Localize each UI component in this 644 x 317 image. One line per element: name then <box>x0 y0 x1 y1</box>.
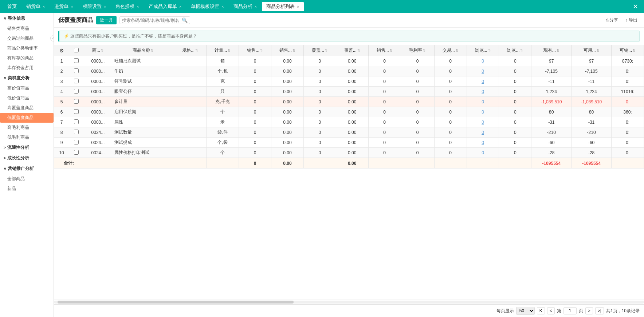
th-trade[interactable]: 交易...⇅ <box>434 45 467 56</box>
table-row: 7 0000... 属性 米 0 0.00 0 0.00 0 0 0 0 0 -… <box>54 117 644 127</box>
row-sales1: 0 <box>239 76 271 87</box>
prev-page-button[interactable]: < <box>547 307 555 314</box>
current-page-input[interactable] <box>564 307 577 314</box>
export-button[interactable]: ↑ 导出 <box>623 16 640 24</box>
row-checkbox[interactable] <box>69 66 84 76</box>
tab-permission-settings[interactable]: 权限设置 × <box>78 2 110 11</box>
row-browse1[interactable]: 0 <box>467 87 499 97</box>
row-browse1[interactable]: 0 <box>467 76 499 87</box>
share-button[interactable]: ⎙ 分享 <box>604 16 620 24</box>
row-checkbox[interactable] <box>69 56 84 66</box>
sidebar: ∨ 整体信息 销售类商品 交易过的商品 商品分类动销率 有库存的商品 库存资金占… <box>0 13 54 317</box>
period-button[interactable]: 近一月 <box>96 16 117 24</box>
sidebar-item-traded-goods[interactable]: 交易过的商品 <box>0 33 54 43</box>
page-size-select[interactable]: 50 20 100 200 <box>516 307 535 315</box>
row-checkbox[interactable] <box>69 76 84 87</box>
sidebar-item-low-profit[interactable]: 低毛利商品 <box>0 132 54 142</box>
window-close-button[interactable]: ✕ <box>630 3 641 11</box>
row-browse1[interactable]: 0 <box>467 56 499 66</box>
sidebar-item-high-profit[interactable]: 高毛利商品 <box>0 123 54 132</box>
th-browse2[interactable]: 浏览...⇅ <box>499 45 531 56</box>
th-sales3[interactable]: 销售...⇅ <box>368 45 401 56</box>
row-checkbox[interactable] <box>69 97 84 107</box>
th-unit[interactable]: 计量...⇅ <box>207 45 239 56</box>
sidebar-item-all-goods[interactable]: 全部商品 <box>0 174 54 184</box>
th-cover2[interactable]: 覆盖...⇅ <box>336 45 368 56</box>
sidebar-item-inventory-fund[interactable]: 库存资金占用 <box>0 63 54 73</box>
sidebar-item-category-turnover[interactable]: 商品分类动销率 <box>0 43 54 53</box>
th-code[interactable]: 商...⇅ <box>84 45 112 56</box>
sidebar-section-cluster[interactable]: ∨ 类群度分析 <box>0 73 54 83</box>
row-browse1[interactable]: 0 <box>467 117 499 127</box>
row-sales3: 0 <box>368 117 401 127</box>
sidebar-section-growth[interactable]: > 成长性分析 <box>0 153 54 163</box>
sidebar-item-low-coverage[interactable]: 低覆盖度商品 <box>0 113 54 123</box>
row-checkbox[interactable] <box>69 117 84 127</box>
search-input[interactable] <box>122 18 180 23</box>
sidebar-item-high-coverage[interactable]: 高覆盖度商品 <box>0 103 54 113</box>
next-page-button[interactable]: > <box>585 307 593 314</box>
sidebar-section-marketing[interactable]: ∨ 营销推广分析 <box>0 163 54 174</box>
th-stock2[interactable]: 可用...⇅ <box>572 45 612 56</box>
close-icon[interactable]: × <box>104 4 106 9</box>
row-sales3: 0 <box>368 107 401 117</box>
close-icon[interactable]: × <box>137 4 139 9</box>
sidebar-item-sales-goods[interactable]: 销售类商品 <box>0 24 54 33</box>
row-browse1[interactable]: 0 <box>467 127 499 138</box>
close-icon[interactable]: × <box>71 4 73 9</box>
sidebar-item-stocked-goods[interactable]: 有库存的商品 <box>0 53 54 63</box>
row-checkbox[interactable] <box>69 127 84 138</box>
row-checkbox[interactable] <box>69 107 84 117</box>
th-gross-rate[interactable]: 毛利率⇅ <box>401 45 434 56</box>
row-stock3: 0: <box>611 66 644 76</box>
row-browse1[interactable]: 0 <box>467 66 499 76</box>
row-checkbox[interactable] <box>69 87 84 97</box>
row-checkbox[interactable] <box>69 148 84 158</box>
sidebar-item-high-value[interactable]: 高价值商品 <box>0 83 54 93</box>
total-label: 合计: <box>54 158 84 169</box>
tab-product-analysis-list[interactable]: 商品分析列表 × <box>262 2 303 11</box>
tab-template-settings[interactable]: 单据模板设置 × <box>186 2 228 11</box>
th-stock3[interactable]: 可销...⇅ <box>611 45 644 56</box>
th-cover1[interactable]: 覆盖...⇅ <box>303 45 336 56</box>
close-icon[interactable]: × <box>221 4 224 9</box>
tab-sales-order[interactable]: 销货单 × <box>22 2 49 11</box>
close-icon[interactable]: × <box>43 4 45 9</box>
row-checkbox[interactable] <box>69 138 84 148</box>
scrollbar-thumb[interactable] <box>58 301 294 304</box>
close-icon[interactable]: × <box>179 4 181 9</box>
row-browse1[interactable]: 0 <box>467 97 499 107</box>
th-sales2[interactable]: 销售...⇅ <box>271 45 303 56</box>
tab-product-analysis[interactable]: 商品分析 × <box>229 2 261 11</box>
close-icon[interactable]: × <box>255 4 257 9</box>
first-page-button[interactable]: K <box>537 307 545 314</box>
th-spec[interactable]: 规格...⇅ <box>174 45 207 56</box>
sidebar-item-new-goods[interactable]: 新品 <box>0 184 54 194</box>
th-stock1[interactable]: 现有...⇅ <box>531 45 572 56</box>
search-icon[interactable]: 🔍 <box>182 17 188 23</box>
row-num: 10 <box>54 148 69 158</box>
row-sales1: 0 <box>239 97 271 107</box>
th-name[interactable]: 商品名称⇅ <box>112 45 174 56</box>
horizontal-scrollbar[interactable] <box>54 301 644 304</box>
row-browse1[interactable]: 0 <box>467 138 499 148</box>
row-browse1[interactable]: 0 <box>467 148 499 158</box>
th-browse1[interactable]: 浏览...⇅ <box>467 45 499 56</box>
sidebar-item-low-value[interactable]: 低价值商品 <box>0 93 54 103</box>
th-settings[interactable]: ⚙ <box>54 45 69 56</box>
select-all-checkbox[interactable] <box>74 48 79 52</box>
row-num: 2 <box>54 66 69 76</box>
tab-purchase-order[interactable]: 进货单 × <box>50 2 77 11</box>
tab-role-auth[interactable]: 角色授权 × <box>111 2 143 11</box>
row-unit: 个,包 <box>207 66 239 76</box>
row-code: 0024... <box>84 127 112 138</box>
sidebar-section-circulation[interactable]: > 流通性分析 <box>0 142 54 153</box>
th-checkbox[interactable] <box>69 45 84 56</box>
last-page-button[interactable]: >| <box>595 307 604 314</box>
close-icon[interactable]: × <box>297 4 299 9</box>
tab-home[interactable]: 首页 <box>3 2 21 11</box>
sidebar-section-overall[interactable]: ∨ 整体信息 <box>0 13 54 24</box>
row-browse1[interactable]: 0 <box>467 107 499 117</box>
tab-finished-goods[interactable]: 产成品入库单 × <box>144 2 186 11</box>
th-sales1[interactable]: 销售...⇅ <box>239 45 271 56</box>
